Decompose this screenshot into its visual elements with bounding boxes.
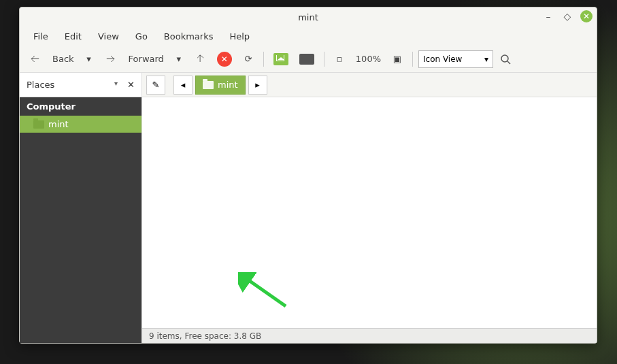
window-title: mint <box>298 12 318 22</box>
home-icon <box>33 120 44 129</box>
menu-bookmarks[interactable]: Bookmarks <box>157 29 220 44</box>
reload-button[interactable]: ⟳ <box>239 50 258 69</box>
zoom-out-button[interactable]: ▫ <box>330 50 349 69</box>
titlebar: mint – ◇ ✕ <box>20 7 597 27</box>
sidebar: Places ▾ ✕ Computermint <box>20 73 142 343</box>
back-label[interactable]: Back <box>47 50 77 69</box>
zoom-in-button[interactable]: ▣ <box>388 50 407 69</box>
home-icon <box>203 81 214 89</box>
menu-file[interactable]: File <box>27 29 55 44</box>
toolbar: 🡠 Back ▾ 🡢 Forward ▾ 🡡 ✕ ⟳ ▫ 100% ▣ Icon… <box>20 46 597 73</box>
zoom-level[interactable]: 100% <box>352 50 385 69</box>
edit-path-button[interactable]: ✎ <box>146 76 165 95</box>
chevron-down-icon: ▾ <box>484 54 488 64</box>
sidebar-item-label: mint <box>48 119 69 129</box>
statusbar: 9 items, Free space: 3.8 GB <box>142 328 597 343</box>
status-text: 9 items, Free space: 3.8 GB <box>149 331 261 341</box>
forward-button[interactable]: 🡢 <box>101 50 120 69</box>
pathbar: ✎ ◂ mint ▸ <box>142 73 597 97</box>
computer-button[interactable] <box>295 50 318 69</box>
sidebar-item-mint[interactable]: mint <box>20 116 141 133</box>
sidebar-close-button[interactable]: ✕ <box>127 80 135 90</box>
up-button[interactable]: 🡡 <box>191 50 210 69</box>
path-back-button[interactable]: ◂ <box>173 76 193 95</box>
file-grid <box>142 97 597 328</box>
menu-help[interactable]: Help <box>222 29 256 44</box>
forward-label[interactable]: Forward <box>123 50 167 69</box>
back-dropdown[interactable]: ▾ <box>80 50 99 69</box>
path-segment-current[interactable]: mint <box>195 76 246 95</box>
back-button[interactable]: 🡠 <box>25 50 44 69</box>
search-button[interactable] <box>496 50 515 69</box>
sidebar-dropdown[interactable]: ▾ <box>114 80 118 90</box>
search-icon <box>500 54 511 65</box>
forward-dropdown[interactable]: ▾ <box>169 50 188 69</box>
close-button[interactable]: ✕ <box>580 10 593 22</box>
menu-view[interactable]: View <box>91 29 126 44</box>
menu-edit[interactable]: Edit <box>58 29 88 44</box>
path-forward-button[interactable]: ▸ <box>248 76 267 95</box>
maximize-button[interactable]: ◇ <box>561 10 573 22</box>
sidebar-title: Places <box>27 80 54 90</box>
path-current-label: mint <box>218 80 238 90</box>
svg-line-1 <box>507 61 510 64</box>
stop-button[interactable]: ✕ <box>213 50 236 69</box>
view-mode-label: Icon View <box>423 54 462 64</box>
view-mode-select[interactable]: Icon View ▾ <box>418 50 493 68</box>
menubar: File Edit View Go Bookmarks Help <box>20 27 597 46</box>
menu-go[interactable]: Go <box>129 29 154 44</box>
svg-point-0 <box>501 55 508 62</box>
file-manager-window: mint – ◇ ✕ File Edit View Go Bookmarks H… <box>19 7 597 344</box>
minimize-button[interactable]: – <box>542 10 554 22</box>
sidebar-heading: Computer <box>20 97 141 116</box>
home-button[interactable] <box>269 50 293 69</box>
